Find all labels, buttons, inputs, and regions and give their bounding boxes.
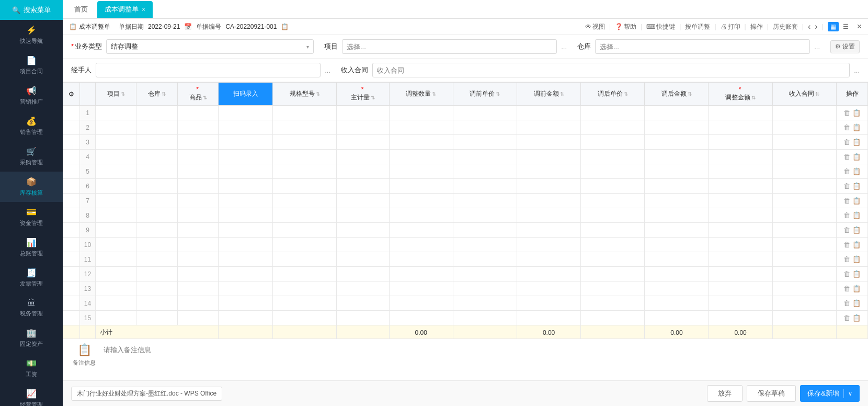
data-cell[interactable] bbox=[337, 238, 389, 252]
data-cell[interactable] bbox=[645, 223, 709, 238]
warehouse-input[interactable] bbox=[595, 39, 810, 54]
copy-row-button[interactable]: 📋 bbox=[852, 153, 861, 161]
copy-row-button[interactable]: 📋 bbox=[852, 197, 861, 205]
data-cell[interactable] bbox=[96, 252, 136, 267]
data-cell[interactable] bbox=[136, 179, 177, 194]
sidebar-item-sales-mgmt[interactable]: 💰 销售管理 bbox=[0, 111, 63, 141]
data-cell[interactable] bbox=[709, 208, 772, 223]
data-cell[interactable] bbox=[219, 120, 273, 135]
data-cell[interactable] bbox=[219, 179, 273, 194]
biz-type-select[interactable]: 结存调整 ▾ bbox=[106, 39, 314, 54]
data-cell[interactable] bbox=[177, 223, 218, 238]
data-cell[interactable] bbox=[453, 120, 517, 135]
data-cell[interactable] bbox=[581, 150, 645, 164]
data-cell[interactable] bbox=[337, 311, 389, 325]
data-cell[interactable] bbox=[273, 311, 337, 325]
sidebar-item-sales-promotion[interactable]: 📢 营销推广 bbox=[0, 81, 63, 111]
data-cell[interactable] bbox=[709, 311, 772, 325]
data-cell[interactable] bbox=[645, 106, 709, 120]
data-cell[interactable] bbox=[389, 223, 453, 238]
data-cell[interactable] bbox=[96, 135, 136, 150]
delete-row-button[interactable]: 🗑 bbox=[843, 123, 850, 131]
data-cell[interactable] bbox=[96, 164, 136, 179]
delete-row-button[interactable]: 🗑 bbox=[843, 270, 850, 278]
data-cell[interactable] bbox=[389, 135, 453, 150]
data-cell[interactable] bbox=[96, 238, 136, 252]
data-cell[interactable] bbox=[709, 281, 772, 296]
data-cell[interactable] bbox=[453, 194, 517, 208]
copy-row-button[interactable]: 📋 bbox=[852, 241, 861, 249]
data-cell[interactable] bbox=[219, 106, 273, 120]
data-cell[interactable] bbox=[453, 164, 517, 179]
data-cell[interactable] bbox=[337, 223, 389, 238]
data-cell[interactable] bbox=[645, 164, 709, 179]
data-cell[interactable] bbox=[96, 150, 136, 164]
nav-prev-btn[interactable]: ‹ bbox=[808, 22, 810, 31]
data-cell[interactable] bbox=[273, 120, 337, 135]
sidebar-search[interactable]: 🔍 搜索菜单 bbox=[0, 0, 63, 20]
data-cell[interactable] bbox=[219, 267, 273, 281]
data-cell[interactable] bbox=[389, 106, 453, 120]
agent-input[interactable] bbox=[96, 63, 321, 77]
data-cell[interactable] bbox=[219, 164, 273, 179]
data-cell[interactable] bbox=[772, 296, 836, 311]
save-new-button[interactable]: 保存&新增 ∨ bbox=[800, 385, 860, 402]
data-cell[interactable] bbox=[389, 281, 453, 296]
th-warehouse[interactable]: 仓库 ⇅ bbox=[136, 83, 177, 106]
data-cell[interactable] bbox=[337, 150, 389, 164]
data-cell[interactable] bbox=[645, 267, 709, 281]
data-cell[interactable] bbox=[517, 164, 580, 179]
th-after-amount[interactable]: 调后金额 ⇅ bbox=[645, 83, 709, 106]
th-spec[interactable]: 规格型号 ⇅ bbox=[273, 83, 337, 106]
data-cell[interactable] bbox=[772, 267, 836, 281]
toolbar-close-btn[interactable]: × bbox=[857, 22, 862, 31]
data-cell[interactable] bbox=[581, 164, 645, 179]
data-cell[interactable] bbox=[645, 296, 709, 311]
data-cell[interactable] bbox=[219, 135, 273, 150]
shortcut-btn[interactable]: ⌨ 快捷键 bbox=[646, 22, 675, 31]
data-cell[interactable] bbox=[389, 120, 453, 135]
data-cell[interactable] bbox=[581, 238, 645, 252]
data-cell[interactable] bbox=[96, 120, 136, 135]
sidebar-item-ledger-mgmt[interactable]: 📊 总账管理 bbox=[0, 232, 63, 263]
data-cell[interactable] bbox=[581, 135, 645, 150]
delete-row-button[interactable]: 🗑 bbox=[843, 314, 850, 322]
data-cell[interactable] bbox=[645, 238, 709, 252]
data-cell[interactable] bbox=[177, 281, 218, 296]
discard-button[interactable]: 放弃 bbox=[707, 385, 743, 402]
th-scan[interactable]: 扫码录入 bbox=[219, 83, 273, 106]
copy-row-button[interactable]: 📋 bbox=[852, 211, 861, 219]
data-cell[interactable] bbox=[453, 296, 517, 311]
data-cell[interactable] bbox=[177, 238, 218, 252]
table-container[interactable]: ⚙ 项目 ⇅ 仓库 ⇅ bbox=[63, 82, 868, 339]
data-cell[interactable] bbox=[96, 267, 136, 281]
delete-row-button[interactable]: 🗑 bbox=[843, 299, 850, 307]
data-cell[interactable] bbox=[772, 150, 836, 164]
data-cell[interactable] bbox=[645, 194, 709, 208]
data-cell[interactable] bbox=[517, 267, 580, 281]
data-cell[interactable] bbox=[136, 208, 177, 223]
settings-button[interactable]: ⚙ 设置 bbox=[830, 40, 860, 53]
data-cell[interactable] bbox=[581, 194, 645, 208]
notes-input[interactable] bbox=[104, 343, 860, 361]
sidebar-item-tax-mgmt[interactable]: 🏛 税务管理 bbox=[0, 293, 63, 323]
data-cell[interactable] bbox=[772, 281, 836, 296]
data-cell[interactable] bbox=[273, 164, 337, 179]
data-cell[interactable] bbox=[273, 194, 337, 208]
data-cell[interactable] bbox=[517, 238, 580, 252]
data-cell[interactable] bbox=[709, 106, 772, 120]
data-cell[interactable] bbox=[177, 135, 218, 150]
th-settings[interactable]: ⚙ bbox=[63, 83, 80, 106]
income-contract-input[interactable] bbox=[372, 63, 850, 77]
warehouse-dots[interactable]: ... bbox=[814, 43, 820, 51]
sidebar-item-capital-mgmt[interactable]: 💳 资金管理 bbox=[0, 202, 63, 232]
data-cell[interactable] bbox=[772, 164, 836, 179]
data-cell[interactable] bbox=[177, 296, 218, 311]
data-cell[interactable] bbox=[337, 208, 389, 223]
copy-row-button[interactable]: 📋 bbox=[852, 138, 861, 146]
sidebar-item-quick-nav[interactable]: ⚡ 快速导航 bbox=[0, 20, 63, 50]
data-cell[interactable] bbox=[709, 120, 772, 135]
income-contract-dots[interactable]: ... bbox=[854, 66, 860, 74]
th-before-amount[interactable]: 调前金额 ⇅ bbox=[517, 83, 580, 106]
data-cell[interactable] bbox=[136, 238, 177, 252]
